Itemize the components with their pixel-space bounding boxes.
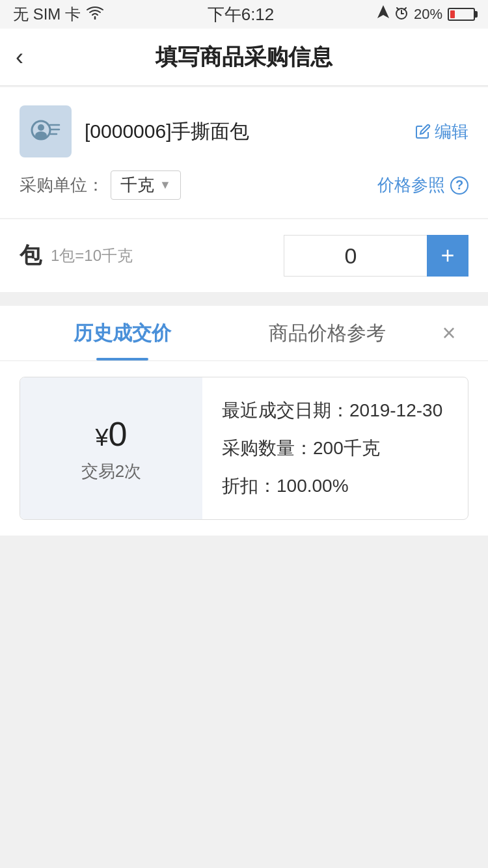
tab-product-price-reference[interactable]: 商品价格参考 bbox=[224, 306, 429, 360]
price-amount: ¥0 bbox=[96, 414, 128, 454]
status-time: 下午6:12 bbox=[208, 3, 275, 26]
price-qty-row: 采购数量：200千克 bbox=[222, 435, 448, 462]
unit-label: 采购单位： bbox=[20, 174, 104, 197]
wifi-icon bbox=[86, 5, 104, 23]
discount-value: 100.00% bbox=[277, 476, 349, 496]
quantity-row: 包 1包=10千克 + bbox=[0, 219, 488, 293]
history-section: ¥0 交易2次 最近成交日期：2019-12-30 采购数量：200千克 折扣：… bbox=[0, 361, 488, 536]
price-discount-row: 折扣：100.00% bbox=[222, 472, 448, 500]
quantity-unit: 包 bbox=[20, 241, 42, 271]
product-card: [0000006]手撕面包 编辑 采购单位： 千克 ▼ 价格参照 ? bbox=[0, 87, 488, 218]
svg-line-4 bbox=[397, 8, 399, 10]
page-background bbox=[0, 536, 488, 868]
price-right-panel: 最近成交日期：2019-12-30 采购数量：200千克 折扣：100.00% bbox=[202, 377, 468, 519]
svg-point-8 bbox=[35, 131, 47, 139]
status-right: 20% bbox=[377, 5, 475, 23]
quantity-conversion: 1包=10千克 bbox=[51, 245, 133, 266]
nav-bar: ‹ 填写商品采购信息 bbox=[0, 29, 488, 86]
product-name: [0000006]手撕面包 bbox=[85, 118, 249, 145]
qty-value: 200千克 bbox=[313, 438, 380, 458]
svg-marker-0 bbox=[377, 5, 389, 18]
price-reference-button[interactable]: 价格参照 ? bbox=[377, 174, 468, 197]
battery-icon bbox=[448, 8, 475, 21]
page-title: 填写商品采购信息 bbox=[156, 42, 332, 72]
battery-percent: 20% bbox=[414, 6, 442, 23]
help-icon: ? bbox=[450, 176, 468, 195]
tab-history-price[interactable]: 历史成交价 bbox=[20, 306, 224, 360]
quantity-input[interactable] bbox=[284, 235, 427, 277]
product-unit-row: 采购单位： 千克 ▼ 价格参照 ? bbox=[20, 170, 468, 200]
carrier-text: 无 SIM 卡 bbox=[13, 4, 81, 25]
location-icon bbox=[377, 5, 389, 23]
price-card: ¥0 交易2次 最近成交日期：2019-12-30 采购数量：200千克 折扣：… bbox=[20, 377, 468, 520]
quantity-label: 包 1包=10千克 bbox=[20, 241, 133, 271]
back-button[interactable]: ‹ bbox=[16, 44, 23, 71]
status-bar: 无 SIM 卡 下午6:12 20% bbox=[0, 0, 488, 29]
status-left: 无 SIM 卡 bbox=[13, 4, 104, 25]
alarm-icon bbox=[394, 5, 409, 23]
tab-close-button[interactable]: × bbox=[429, 314, 468, 353]
price-value: 0 bbox=[109, 415, 128, 453]
date-value: 2019-12-30 bbox=[349, 400, 442, 420]
product-header: [0000006]手撕面包 编辑 bbox=[20, 105, 468, 157]
product-thumbnail bbox=[20, 105, 72, 157]
trade-count: 交易2次 bbox=[81, 460, 141, 483]
svg-line-5 bbox=[404, 8, 406, 10]
yen-symbol: ¥ bbox=[96, 424, 109, 451]
unit-arrow-icon: ▼ bbox=[159, 178, 171, 192]
date-label: 最近成交日期： bbox=[222, 400, 349, 420]
product-left: [0000006]手撕面包 bbox=[20, 105, 249, 157]
discount-label: 折扣： bbox=[222, 476, 277, 496]
tab-bar: 历史成交价 商品价格参考 × bbox=[0, 306, 488, 361]
price-date-row: 最近成交日期：2019-12-30 bbox=[222, 397, 448, 424]
unit-value: 千克 bbox=[120, 174, 154, 197]
price-left-panel: ¥0 交易2次 bbox=[20, 377, 202, 519]
qty-label: 采购数量： bbox=[222, 438, 313, 458]
quantity-plus-button[interactable]: + bbox=[427, 235, 468, 277]
unit-select[interactable]: 千克 ▼ bbox=[111, 170, 181, 200]
quantity-controls: + bbox=[284, 235, 468, 277]
svg-point-7 bbox=[38, 124, 44, 131]
edit-button[interactable]: 编辑 bbox=[415, 120, 468, 143]
